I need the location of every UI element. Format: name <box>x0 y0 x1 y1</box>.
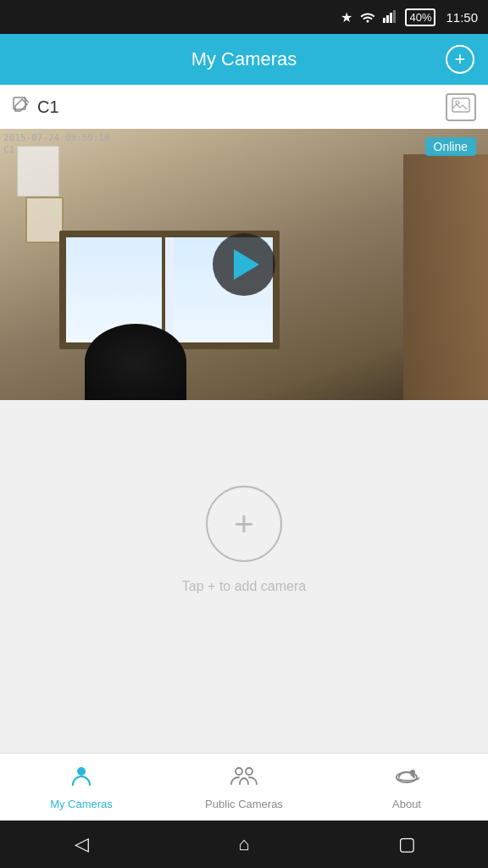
svg-point-9 <box>246 768 252 775</box>
recent-button[interactable]: ▢ <box>385 827 428 861</box>
room-calendar <box>17 146 59 197</box>
camera-name: C1 <box>37 97 59 117</box>
add-camera-circle-button[interactable]: + <box>206 486 282 562</box>
add-camera-button[interactable]: + <box>446 45 474 74</box>
camera-name-area: C1 <box>12 96 59 119</box>
camera-preview[interactable]: 2015-07-24 09:59:10 C1 Online <box>0 129 488 400</box>
nav-item-my-cameras[interactable]: My Cameras <box>0 754 163 821</box>
my-cameras-label: My Cameras <box>50 798 113 810</box>
svg-point-8 <box>236 768 242 775</box>
add-icon: + <box>234 505 253 543</box>
room-figure <box>85 324 186 400</box>
online-badge: Online <box>425 137 476 156</box>
battery-icon: 40% <box>405 8 435 26</box>
svg-point-6 <box>456 101 459 104</box>
nav-item-about[interactable]: About <box>325 754 488 821</box>
camera-card-header: C1 <box>0 85 488 129</box>
svg-rect-5 <box>452 98 469 112</box>
status-bar: ★ 40% 11:50 <box>0 0 488 34</box>
svg-rect-0 <box>383 18 385 23</box>
add-camera-section: + Tap + to add camera <box>0 400 488 680</box>
room-shelf <box>403 154 488 400</box>
my-cameras-icon <box>69 764 93 793</box>
camera-cam-label: C1 <box>3 144 14 155</box>
back-button[interactable]: ◁ <box>60 827 103 861</box>
home-button[interactable]: ⌂ <box>223 827 265 861</box>
svg-point-11 <box>410 770 415 775</box>
camera-card: C1 2015-07-24 09:59:10 C1 Online <box>0 85 488 400</box>
nav-item-public-cameras[interactable]: Public Cameras <box>163 754 325 821</box>
app-bar: My Cameras + <box>0 34 488 85</box>
edit-icon[interactable] <box>12 96 30 119</box>
app-title: My Cameras <box>191 48 297 70</box>
gallery-icon[interactable] <box>446 93 476 121</box>
wifi-icon <box>359 9 376 25</box>
svg-rect-1 <box>386 15 389 23</box>
room-picture <box>25 197 64 243</box>
public-cameras-icon <box>230 764 258 793</box>
system-nav: ◁ ⌂ ▢ <box>0 821 488 868</box>
about-icon <box>394 764 419 793</box>
camera-timestamp: 2015-07-24 09:59:10 <box>3 132 110 143</box>
star-icon: ★ <box>341 9 352 25</box>
status-time: 11:50 <box>446 10 478 25</box>
svg-rect-2 <box>390 13 392 23</box>
add-camera-hint: Tap + to add camera <box>182 579 306 594</box>
about-label: About <box>392 798 421 810</box>
svg-rect-3 <box>393 10 396 23</box>
public-cameras-label: Public Cameras <box>205 798 283 810</box>
play-button[interactable] <box>213 233 275 296</box>
svg-point-7 <box>77 767 86 776</box>
play-icon <box>234 249 259 280</box>
signal-icon <box>383 9 398 25</box>
bottom-nav: My Cameras Public Cameras About <box>0 753 488 821</box>
